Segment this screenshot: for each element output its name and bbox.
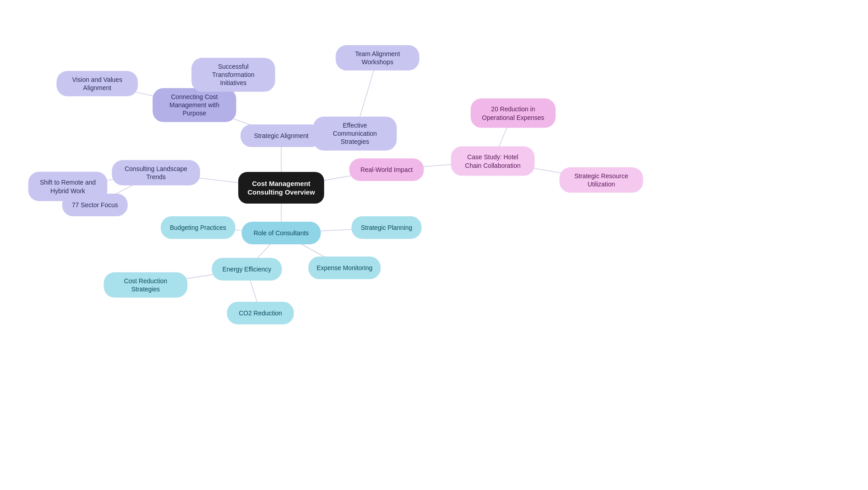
node-sector-focus[interactable]: 77 Sector Focus [62, 194, 128, 216]
node-connecting-cost[interactable]: Connecting Cost Management with Purpose [153, 88, 236, 122]
center-node[interactable]: Cost Management Consulting Overview [238, 172, 324, 204]
node-co2-reduction[interactable]: CO2 Reduction [227, 302, 294, 324]
node-cost-reduction[interactable]: Cost Reduction Strategies [104, 272, 188, 298]
node-real-world-impact[interactable]: Real-World Impact [349, 158, 424, 181]
node-expense-monitoring[interactable]: Expense Monitoring [308, 257, 381, 279]
node-successful-transformation[interactable]: Successful Transformation Initiatives [192, 58, 275, 92]
node-consulting-landscape[interactable]: Consulting Landscape Trends [112, 160, 200, 186]
node-effective-communication[interactable]: Effective Communication Strategies [313, 117, 397, 151]
node-reduction-operational[interactable]: 20 Reduction in Operational Expenses [471, 99, 556, 128]
node-role-of-consultants[interactable]: Role of Consultants [242, 222, 321, 244]
node-case-study[interactable]: Case Study: Hotel Chain Collaboration [451, 147, 535, 176]
mindmap-container: Cost Management Consulting OverviewStrat… [0, 0, 868, 490]
node-budgeting-practices[interactable]: Budgeting Practices [161, 216, 236, 239]
node-team-alignment[interactable]: Team Alignment Workshops [336, 45, 420, 71]
node-strategic-alignment[interactable]: Strategic Alignment [241, 124, 322, 147]
node-energy-efficiency[interactable]: Energy Efficiency [212, 258, 282, 281]
node-strategic-resource[interactable]: Strategic Resource Utilization [560, 167, 643, 193]
node-strategic-planning[interactable]: Strategic Planning [352, 216, 422, 239]
node-vision-values[interactable]: Vision and Values Alignment [57, 71, 138, 96]
